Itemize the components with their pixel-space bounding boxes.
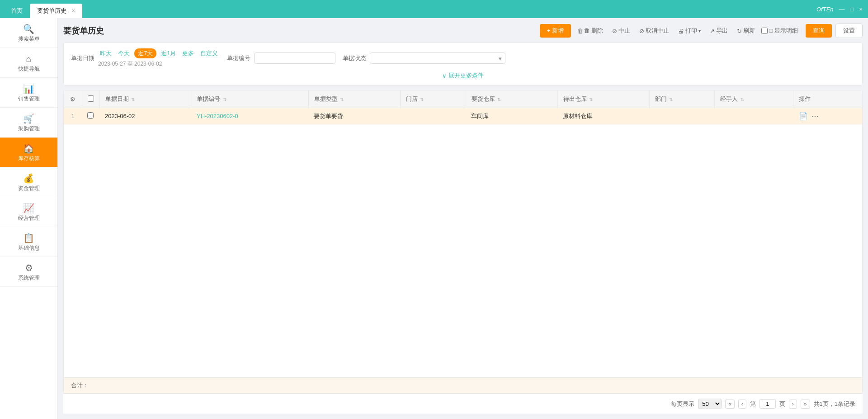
date-filter-label: 单据日期 xyxy=(71,54,94,62)
print-icon: 🖨 xyxy=(678,28,684,34)
doctype-column-header[interactable]: 单据类型 ⇅ xyxy=(308,90,400,108)
per-page-select[interactable]: 50 100 200 xyxy=(698,399,722,409)
window-close-icon[interactable]: × xyxy=(859,6,863,13)
sidebar-item-basic[interactable]: 📋 基础信息 xyxy=(0,227,57,257)
delete-button[interactable]: 🗑 🗑 删除 xyxy=(575,25,606,37)
print-button[interactable]: 🖨 打印 ▾ xyxy=(675,25,703,37)
top-nav-right: OfTEn — □ × xyxy=(816,6,868,13)
row-docno-cell[interactable]: YH-20230602-0 xyxy=(191,108,308,124)
sidebar-item-label: 采购管理 xyxy=(18,125,40,133)
docno-filter-label: 单据编号 xyxy=(227,54,250,62)
query-button[interactable]: 查询 xyxy=(806,24,832,38)
cancel-stop-button[interactable]: ⊘ 取消中止 xyxy=(637,25,672,37)
pendingwarehouse-column-header[interactable]: 待出仓库 ⇅ xyxy=(557,90,649,108)
page-title: 要货单历史 xyxy=(63,25,104,36)
tab-home[interactable]: 首页 xyxy=(4,4,30,18)
page-header: 要货单历史 + 新增 🗑 🗑 删除 ⊘ 中止 ⊘ 取消中止 🖨 打印 xyxy=(63,24,863,38)
table-row[interactable]: 1 2023-06-02 YH-20230602-0 要货单要货 车间库 原材料… xyxy=(64,108,862,124)
docno-link[interactable]: YH-20230602-0 xyxy=(197,113,238,119)
toolbar: + 新增 🗑 🗑 删除 ⊘ 中止 ⊘ 取消中止 🖨 打印 ▾ xyxy=(540,24,863,38)
date-shortcut-1month[interactable]: 近1月 xyxy=(159,48,178,58)
date-shortcut-custom[interactable]: 自定义 xyxy=(198,48,220,58)
row-edit-icon[interactable]: 📄 xyxy=(799,112,808,120)
refresh-button[interactable]: ↻ 刷新 xyxy=(734,25,758,37)
reqwarehouse-sort-icon: ⇅ xyxy=(497,97,501,102)
tab-close-icon[interactable]: × xyxy=(72,8,75,14)
sidebar-item-finance[interactable]: 💰 资金管理 xyxy=(0,167,57,197)
row-checkbox[interactable] xyxy=(87,112,94,119)
export-button[interactable]: ↗ 导出 xyxy=(707,25,731,37)
handler-sort-icon: ⇅ xyxy=(741,97,744,102)
checkbox-column-header xyxy=(82,90,99,108)
page-num-input[interactable] xyxy=(760,399,776,409)
display-detail-toggle[interactable]: □ 显示明细 xyxy=(761,27,798,35)
action-column-header: 操作 xyxy=(793,90,862,108)
main-layout: 🔍 搜索菜单 ⌂ 快捷导航 📊 销售管理 🛒 采购管理 🏠 库存核算 💰 资金管… xyxy=(0,18,868,419)
department-column-header[interactable]: 部门 ⇅ xyxy=(649,90,715,108)
refresh-icon: ↻ xyxy=(737,28,742,34)
row-more-icon[interactable]: ⋯ xyxy=(811,112,819,120)
date-shortcut-today[interactable]: 今天 xyxy=(116,48,132,58)
export-icon: ↗ xyxy=(710,28,715,34)
stop-icon: ⊘ xyxy=(612,28,617,34)
reqwarehouse-column-header[interactable]: 要货仓库 ⇅ xyxy=(466,90,557,108)
department-sort-icon: ⇅ xyxy=(669,97,673,102)
chart-icon: 📊 xyxy=(23,84,34,93)
sidebar-item-management[interactable]: 📈 经营管理 xyxy=(0,197,57,227)
sidebar-item-label: 搜索菜单 xyxy=(18,35,40,43)
sidebar-item-nav[interactable]: ⌂ 快捷导航 xyxy=(0,48,57,78)
sidebar-item-label: 经营管理 xyxy=(18,214,40,222)
sidebar-item-search[interactable]: 🔍 搜索菜单 xyxy=(0,18,57,48)
stop-button[interactable]: ⊘ 中止 xyxy=(609,25,633,37)
docno-column-header[interactable]: 单据编号 ⇅ xyxy=(191,90,308,108)
search-icon: 🔍 xyxy=(23,24,34,33)
handler-column-header[interactable]: 经手人 ⇅ xyxy=(715,90,793,108)
docno-filter-input[interactable] xyxy=(254,52,335,64)
sidebar-item-label: 库存核算 xyxy=(18,155,40,162)
trend-icon: 📈 xyxy=(23,204,34,213)
select-all-checkbox[interactable] xyxy=(88,95,94,102)
warehouse-icon: 🏠 xyxy=(23,144,34,153)
filter-row: 单据日期 昨天 今天 近7天 近1月 更多 自定义 2023-05-27 至 2… xyxy=(71,48,855,68)
per-page-label: 每页显示 xyxy=(671,400,694,408)
gear-icon: ⚙ xyxy=(25,263,33,272)
sidebar-item-label: 系统管理 xyxy=(18,274,40,282)
row-store-cell xyxy=(400,108,466,124)
status-filter-select[interactable] xyxy=(370,52,505,64)
store-column-header[interactable]: 门店 ⇅ xyxy=(400,90,466,108)
money-icon: 💰 xyxy=(23,174,34,183)
page-next-btn[interactable]: › xyxy=(789,400,797,409)
date-range-text: 2023-05-27 至 2023-06-02 xyxy=(98,60,220,68)
tab-purchase-history[interactable]: 要货单历史 × xyxy=(30,4,82,18)
sidebar-item-inventory[interactable]: 🏠 库存核算 xyxy=(0,138,57,167)
date-shortcut-more[interactable]: 更多 xyxy=(180,48,196,58)
page-prev-btn[interactable]: ‹ xyxy=(738,400,746,409)
status-filter-label: 单据状态 xyxy=(343,54,366,62)
sidebar-item-system[interactable]: ⚙ 系统管理 xyxy=(0,257,57,287)
settings-button[interactable]: 设置 xyxy=(835,24,863,38)
docno-sort-icon: ⇅ xyxy=(223,97,226,102)
content-area: 要货单历史 + 新增 🗑 🗑 删除 ⊘ 中止 ⊘ 取消中止 🖨 打印 xyxy=(58,18,868,419)
tab-bar: 首页 要货单历史 × xyxy=(4,0,82,18)
data-table: ⚙ 单据日期 ⇅ 单据编号 ⇅ 单据类型 xyxy=(64,90,862,124)
window-maximize-icon[interactable]: □ xyxy=(850,6,854,13)
date-shortcut-7days[interactable]: 近7天 xyxy=(134,48,156,58)
print-dropdown-icon[interactable]: ▾ xyxy=(698,29,701,33)
sidebar-item-sales[interactable]: 📊 销售管理 xyxy=(0,78,57,108)
total-pages-text: 共1页，1条记录 xyxy=(814,400,855,408)
date-shortcut-yesterday[interactable]: 昨天 xyxy=(98,48,113,58)
expand-more-btn[interactable]: ∨ 展开更多条件 xyxy=(71,71,855,80)
display-detail-checkbox[interactable] xyxy=(761,28,768,34)
page-first-btn[interactable]: « xyxy=(725,400,735,409)
settings-column-header[interactable]: ⚙ xyxy=(64,90,82,108)
new-button[interactable]: + 新增 xyxy=(540,24,571,38)
date-column-header[interactable]: 单据日期 ⇅ xyxy=(99,90,191,108)
row-department-cell xyxy=(649,108,715,124)
row-date-cell: 2023-06-02 xyxy=(99,108,191,124)
sidebar-item-label: 销售管理 xyxy=(18,95,40,103)
list-icon: 📋 xyxy=(23,233,34,243)
sidebar-item-purchase[interactable]: 🛒 采购管理 xyxy=(0,108,57,138)
doctype-sort-icon: ⇅ xyxy=(340,97,344,102)
window-minimize-icon[interactable]: — xyxy=(839,6,845,13)
page-last-btn[interactable]: » xyxy=(801,400,810,409)
